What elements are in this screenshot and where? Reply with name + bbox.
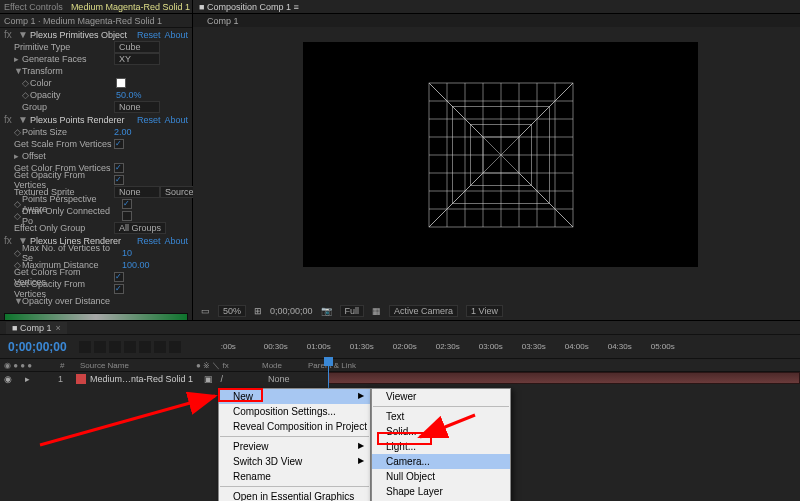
menu-light[interactable]: Light...	[372, 439, 510, 454]
dropdown-generate-faces[interactable]: XY	[114, 53, 160, 65]
stopwatch-icon[interactable]: ◇	[14, 127, 22, 137]
tool-icon[interactable]	[109, 341, 121, 353]
value-max-distance[interactable]: 100.00	[122, 260, 150, 270]
resolution-icon[interactable]: ⊞	[254, 306, 262, 316]
prop-label: Generate Faces	[22, 54, 114, 64]
dropdown-effect-only-group[interactable]: All Groups	[114, 222, 166, 234]
menu-viewer[interactable]: Viewer	[372, 389, 510, 404]
tab-composition[interactable]: ■ Composition Comp 1 ≡	[199, 2, 299, 12]
snapshot-icon[interactable]: 📷	[321, 306, 332, 316]
menu-text[interactable]: Text	[372, 409, 510, 424]
disclosure-triangle-icon[interactable]: ▼	[18, 114, 26, 125]
reset-link[interactable]: Reset	[137, 30, 161, 40]
value-max-vertices[interactable]: 10	[122, 248, 132, 258]
svg-line-21	[519, 83, 573, 137]
view-dropdown[interactable]: Active Camera	[389, 305, 458, 317]
checkbox-get-colors[interactable]	[114, 272, 124, 282]
comp-name[interactable]: Comp 1	[207, 16, 239, 26]
stopwatch-icon[interactable]: ◇	[22, 78, 30, 88]
submenu-arrow-icon: ▶	[358, 456, 364, 465]
tab-effect-controls[interactable]: Effect Controls	[4, 2, 63, 12]
svg-line-22	[429, 173, 483, 227]
reset-link[interactable]: Reset	[137, 115, 161, 125]
viewer-footer: ▭ 50% ⊞ 0;00;00;00 📷 Full ▦ Active Camer…	[193, 304, 800, 318]
layer-index: 1	[58, 374, 72, 384]
dropdown-group[interactable]: None	[114, 101, 160, 113]
layer-color-chip[interactable]	[76, 374, 86, 384]
tool-icon[interactable]	[94, 341, 106, 353]
viewcount-dropdown[interactable]: 1 View	[466, 305, 503, 317]
zoom-dropdown[interactable]: 50%	[218, 305, 246, 317]
grid-icon[interactable]: ▦	[372, 306, 381, 316]
search-icon[interactable]	[79, 341, 91, 353]
submenu-arrow-icon: ▶	[358, 441, 364, 450]
checkbox-perspective[interactable]	[122, 199, 132, 209]
fx-toggle-icon[interactable]: fx	[4, 114, 14, 125]
menu-shape-layer[interactable]: Shape Layer	[372, 484, 510, 499]
checkbox-get-opacity[interactable]	[114, 175, 124, 185]
track-area[interactable]	[328, 372, 800, 386]
prop-label: Primitive Type	[14, 42, 114, 52]
menu-separator	[220, 486, 369, 487]
resolution-dropdown[interactable]: Full	[340, 305, 365, 317]
timecode[interactable]: 0;00;00;00	[270, 306, 313, 316]
comp-tab-row: ■ Composition Comp 1 ≡	[193, 0, 800, 14]
fx-toggle-icon[interactable]: fx	[4, 29, 14, 40]
color-swatch[interactable]	[116, 78, 126, 88]
stopwatch-icon[interactable]: ◇	[22, 90, 30, 100]
effect-name[interactable]: Plexus Primitives Object	[30, 30, 133, 40]
stopwatch-icon[interactable]: ◇	[14, 248, 22, 258]
comp-breadcrumb: Comp 1	[193, 14, 800, 27]
layer-name[interactable]: Medium…nta-Red Solid 1	[90, 374, 200, 384]
value-opacity[interactable]: 50.0%	[116, 90, 142, 100]
menu-composition-settings[interactable]: Composition Settings...	[219, 404, 370, 419]
checkbox-get-color[interactable]	[114, 163, 124, 173]
tab-timeline-comp[interactable]: ■ Comp 1×	[6, 322, 67, 334]
dropdown-mode[interactable]: None	[268, 374, 306, 384]
stopwatch-icon[interactable]: ◇	[14, 199, 22, 209]
about-link[interactable]: About	[164, 115, 188, 125]
fx-toggle-icon[interactable]: fx	[4, 235, 14, 246]
timeline-tab-row: ■ Comp 1×	[0, 321, 800, 335]
menu-switch-3d-view[interactable]: Switch 3D View▶	[219, 454, 370, 469]
prop-label: Offset	[22, 151, 122, 161]
col-source-name[interactable]: Source Name	[80, 361, 190, 370]
reset-link[interactable]: Reset	[137, 236, 161, 246]
menu-new[interactable]: New▶	[219, 389, 370, 404]
prop-label: Opacity over Distance	[22, 296, 122, 306]
stopwatch-icon[interactable]: ◇	[14, 211, 22, 221]
checkbox-get-opacity[interactable]	[114, 284, 124, 294]
close-icon[interactable]: ×	[55, 323, 60, 333]
plexus-cube-preview	[411, 65, 591, 245]
layer-duration-bar[interactable]	[328, 372, 800, 384]
disclosure-triangle-icon[interactable]: ▼	[14, 296, 22, 306]
disclosure-triangle-icon[interactable]: ▸	[14, 151, 22, 161]
checkbox-draw-only-connected[interactable]	[122, 211, 132, 221]
mask-icon[interactable]: ▭	[201, 306, 210, 316]
disclosure-triangle-icon[interactable]: ▼	[18, 29, 26, 40]
disclosure-triangle-icon[interactable]: ▼	[14, 66, 22, 76]
checkbox-get-scale[interactable]	[114, 139, 124, 149]
menu-camera[interactable]: Camera...	[372, 454, 510, 469]
about-link[interactable]: About	[164, 236, 188, 246]
tool-icon[interactable]	[124, 341, 136, 353]
menu-preview[interactable]: Preview▶	[219, 439, 370, 454]
menu-null-object[interactable]: Null Object	[372, 469, 510, 484]
tool-icon[interactable]	[139, 341, 151, 353]
current-time[interactable]: 0;00;00;00	[0, 340, 75, 354]
time-ruler[interactable]: :00s00:30s01:00s01:30s02:00s02:30s03:00s…	[215, 342, 800, 351]
tab-effect-item[interactable]: Medium Magenta-Red Solid 1	[71, 2, 190, 12]
effect-name[interactable]: Plexus Points Renderer	[30, 115, 133, 125]
tool-icon[interactable]	[169, 341, 181, 353]
dropdown-primitive-type[interactable]: Cube	[114, 41, 160, 53]
disclosure-triangle-icon[interactable]: ▸	[14, 54, 22, 64]
value-point-size[interactable]: 2.00	[114, 127, 132, 137]
about-link[interactable]: About	[164, 30, 188, 40]
menu-reveal-composition[interactable]: Reveal Composition in Project	[219, 419, 370, 434]
composition-viewer[interactable]	[303, 42, 698, 267]
menu-rename[interactable]: Rename	[219, 469, 370, 484]
menu-essential-graphics[interactable]: Open in Essential Graphics	[219, 489, 370, 501]
panel-effect-controls: Effect Controls Medium Magenta-Red Solid…	[0, 0, 193, 320]
menu-solid[interactable]: Solid...	[372, 424, 510, 439]
tool-icon[interactable]	[154, 341, 166, 353]
